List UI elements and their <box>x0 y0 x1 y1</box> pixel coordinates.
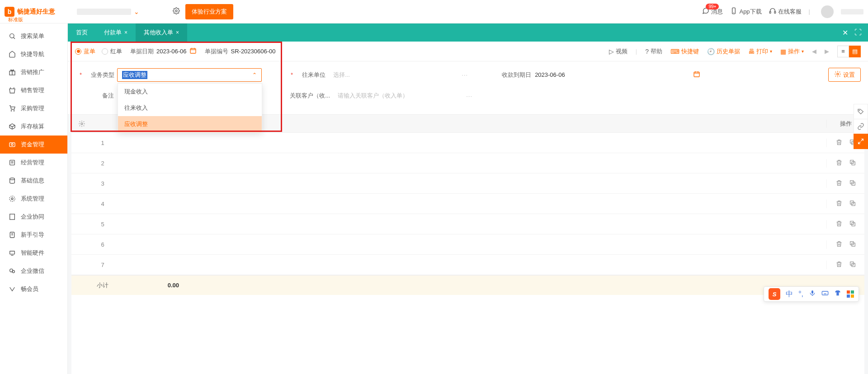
calendar-icon[interactable] <box>189 47 197 56</box>
app-download-button[interactable]: App下载 <box>730 7 761 16</box>
org-selector[interactable]: ⌄ <box>77 8 167 15</box>
ops-button[interactable]: ▦操作▾ <box>780 47 804 56</box>
more-icon[interactable]: ··· <box>462 71 468 78</box>
due-date-value[interactable]: 2023-06-06 <box>535 71 565 78</box>
username[interactable] <box>841 9 863 14</box>
table-row[interactable]: 7 <box>71 255 864 275</box>
ent-icon <box>8 213 16 221</box>
sidebar-item-nav[interactable]: 快捷导航 <box>0 45 67 63</box>
expand-icon[interactable]: ⛶ <box>854 28 862 37</box>
settings-button[interactable]: 设置 <box>828 68 861 82</box>
ime-logo-icon: S <box>769 288 780 300</box>
tab-其他收入单[interactable]: 其他收入单× <box>136 23 187 42</box>
copy-icon[interactable] <box>849 261 856 269</box>
table-row[interactable]: 1 <box>71 133 864 153</box>
delete-icon[interactable] <box>835 200 843 208</box>
next-icon[interactable]: ▶ <box>825 48 829 55</box>
sale-icon <box>8 86 16 94</box>
ime-punct-icon[interactable]: °, <box>798 290 803 298</box>
print-button[interactable]: 🖶打印▾ <box>748 47 772 56</box>
table-settings-icon[interactable] <box>71 120 92 127</box>
support-button[interactable]: 在线客服 <box>769 7 802 16</box>
sidebar-item-sale[interactable]: 销售管理 <box>0 81 67 99</box>
trial-button[interactable]: 体验行业方案 <box>185 4 233 19</box>
view-card[interactable]: ▤ <box>849 46 861 57</box>
table-row[interactable]: 2 <box>71 153 864 173</box>
view-list[interactable]: ≡ <box>837 46 849 57</box>
tab-付款单[interactable]: 付款单× <box>96 23 136 42</box>
sidebar-item-buy[interactable]: 采购管理 <box>0 99 67 117</box>
gear-icon[interactable] <box>173 7 180 16</box>
detail-table: ▲▼ * 收 操作 1234567 小计 0.00 <box>71 115 864 374</box>
sidebar-item-sys[interactable]: 系统管理 <box>0 190 67 208</box>
sidebar-item-ent[interactable]: 企业协同 <box>0 208 67 226</box>
ime-keyboard-icon[interactable] <box>821 290 829 299</box>
sidebar-item-stock[interactable]: 库存核算 <box>0 117 67 136</box>
more-icon[interactable]: ··· <box>466 93 472 99</box>
help-button[interactable]: ?帮助 <box>645 47 662 56</box>
hw-icon <box>8 249 16 257</box>
history-button[interactable]: 🕘历史单据 <box>707 47 740 56</box>
sidebar-item-fund[interactable]: 资金管理 <box>0 136 67 154</box>
copy-icon[interactable] <box>849 220 856 229</box>
tab-close-icon[interactable]: × <box>124 29 127 36</box>
delete-icon[interactable] <box>835 139 843 147</box>
doc-date-value[interactable]: 2023-06-06 <box>156 48 187 55</box>
ime-toolbar[interactable]: S 中 °, <box>764 286 859 302</box>
radio-blue[interactable]: 蓝单 <box>75 47 95 56</box>
biz-type-select[interactable]: 应收调整 ⌃ 现金收入往来收入应收调整 <box>117 68 262 82</box>
dropdown-option[interactable]: 现金收入 <box>118 84 262 100</box>
calendar-icon[interactable] <box>693 70 700 79</box>
dock-expand-icon[interactable] <box>854 134 868 149</box>
table-row[interactable]: 4 <box>71 194 864 214</box>
party-input[interactable]: 选择... ··· <box>328 68 473 82</box>
delete-icon[interactable] <box>835 220 843 229</box>
rel-customer-input[interactable]: 请输入关联客户（收入单） ··· <box>333 89 477 103</box>
video-button[interactable]: ▷视频 <box>609 47 627 56</box>
copy-icon[interactable] <box>849 179 856 188</box>
dropdown-option[interactable]: 应收调整 <box>118 116 262 132</box>
copy-icon[interactable] <box>849 159 856 168</box>
tab-close-icon[interactable]: × <box>176 29 179 36</box>
prev-icon[interactable]: ◀ <box>812 48 816 55</box>
gear-icon <box>834 70 841 79</box>
sidebar-item-hw[interactable]: 智能硬件 <box>0 244 67 262</box>
table-row[interactable]: 5 <box>71 214 864 234</box>
doc-type-radio-group: 蓝单 红单 <box>75 47 122 56</box>
ime-mode[interactable]: 中 <box>786 290 793 299</box>
sys-icon <box>8 195 16 203</box>
delete-icon[interactable] <box>835 179 843 188</box>
dropdown-option[interactable]: 往来收入 <box>118 100 262 116</box>
message-badge: 99+ <box>706 4 719 9</box>
table-row[interactable]: 6 <box>71 234 864 255</box>
tab-首页[interactable]: 首页 <box>68 23 96 42</box>
sidebar-item-gift[interactable]: 营销推广 <box>0 63 67 81</box>
sidebar-item-wx[interactable]: 企业微信 <box>0 262 67 280</box>
close-tab-icon[interactable]: ✕ <box>842 28 848 37</box>
sidebar-item-biz[interactable]: 经营管理 <box>0 154 67 172</box>
ime-mic-icon[interactable] <box>809 290 816 299</box>
copy-icon[interactable] <box>849 200 856 208</box>
shortcut-button[interactable]: ⌨快捷键 <box>670 47 699 56</box>
delete-icon[interactable] <box>835 261 843 269</box>
sidebar-item-search[interactable]: 搜索菜单 <box>0 27 67 45</box>
headset-icon <box>769 7 776 16</box>
delete-icon[interactable] <box>835 240 843 249</box>
dock-link-icon[interactable] <box>854 119 868 134</box>
biz-type-dropdown: 现金收入往来收入应收调整 <box>118 83 262 133</box>
ime-apps-icon[interactable] <box>847 290 854 298</box>
sidebar-item-vip[interactable]: 畅会员 <box>0 280 67 298</box>
avatar[interactable] <box>821 5 834 18</box>
messages-button[interactable]: 99+ 消息 <box>702 7 723 16</box>
party-label: 往来单位 <box>297 71 326 79</box>
sidebar-item-base[interactable]: 基础信息 <box>0 172 67 190</box>
dock-tag-icon[interactable] <box>854 104 868 119</box>
sidebar-item-guide[interactable]: 新手引导 <box>0 226 67 244</box>
svg-point-9 <box>11 111 11 111</box>
radio-red[interactable]: 红单 <box>102 47 122 56</box>
table-row[interactable]: 3 <box>71 173 864 194</box>
copy-icon[interactable] <box>849 240 856 249</box>
ime-skin-icon[interactable] <box>834 290 841 299</box>
delete-icon[interactable] <box>835 159 843 168</box>
logo-icon: b <box>5 7 14 17</box>
